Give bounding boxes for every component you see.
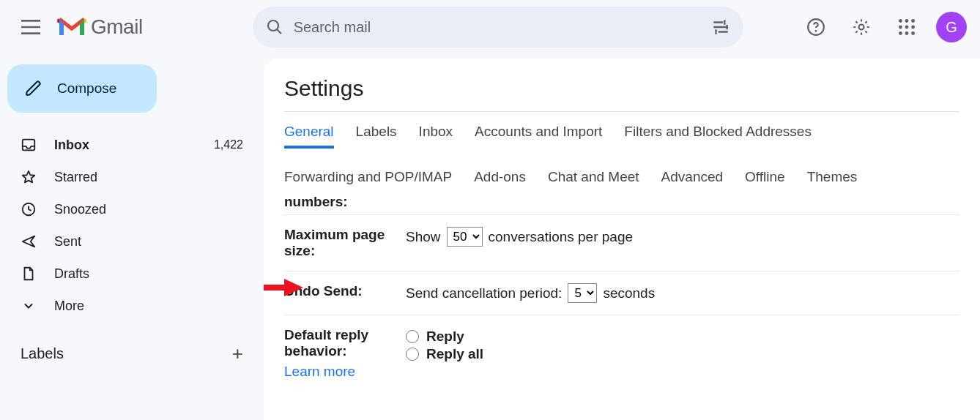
settings-body: numbers: Maximum page size: Show 50 conv… xyxy=(284,195,980,391)
undo-send-suffix: seconds xyxy=(603,285,655,301)
svg-point-7 xyxy=(899,26,902,29)
help-icon[interactable] xyxy=(800,11,832,43)
sidebar-item-label: Snoozed xyxy=(54,202,243,217)
reply-all-radio-label: Reply all xyxy=(426,346,483,362)
tab-labels[interactable]: Labels xyxy=(356,124,397,149)
undo-send-prefix: Send cancellation period: xyxy=(406,285,562,301)
setting-label: Undo Send: xyxy=(284,283,406,299)
setting-row-max-page-size: Maximum page size: Show 50 conversations… xyxy=(284,214,959,271)
setting-row-default-reply: Default reply behavior: Learn more Reply… xyxy=(284,315,959,391)
search-options-icon[interactable] xyxy=(711,18,730,37)
nav-list: Inbox 1,422 Starred Snoozed Sent Drafts xyxy=(7,129,256,322)
max-page-size-select[interactable]: 50 xyxy=(447,227,483,247)
gmail-logo-text: Gmail xyxy=(91,15,143,39)
gmail-logo-icon xyxy=(57,16,86,38)
reply-radio[interactable] xyxy=(406,330,419,343)
tab-advanced[interactable]: Advanced xyxy=(661,169,724,191)
svg-point-3 xyxy=(859,25,864,30)
tab-filters[interactable]: Filters and Blocked Addresses xyxy=(624,124,812,149)
max-page-prefix: Show xyxy=(406,229,441,245)
svg-point-0 xyxy=(268,20,278,31)
sidebar-item-drafts[interactable]: Drafts xyxy=(7,258,256,290)
gmail-logo[interactable]: Gmail xyxy=(57,15,143,39)
tab-themes[interactable]: Themes xyxy=(807,169,858,191)
search-icon xyxy=(266,18,283,36)
learn-more-link[interactable]: Learn more xyxy=(284,364,355,380)
app-header: Gmail G xyxy=(0,0,980,54)
tab-accounts[interactable]: Accounts and Import xyxy=(475,124,602,149)
sidebar-item-label: Inbox xyxy=(54,138,196,153)
sidebar-item-more[interactable]: More xyxy=(7,290,256,322)
setting-row-undo-send: Undo Send: Send cancellation period: 5 s… xyxy=(284,271,959,315)
sidebar-item-label: More xyxy=(54,299,243,314)
menu-icon[interactable] xyxy=(13,10,48,45)
setting-label: Maximum page size: xyxy=(284,227,406,259)
prev-row-cutoff: numbers: xyxy=(284,195,959,210)
svg-point-9 xyxy=(911,26,915,29)
sidebar: Compose Inbox 1,422 Starred Snoozed Sent xyxy=(0,54,264,420)
clock-icon xyxy=(21,201,37,217)
send-icon xyxy=(21,233,37,250)
max-page-suffix: conversations per page xyxy=(489,229,634,245)
setting-label: Default reply behavior: xyxy=(284,327,406,359)
reply-radio-label: Reply xyxy=(426,329,464,345)
tab-general[interactable]: General xyxy=(284,124,334,149)
svg-point-5 xyxy=(905,19,909,23)
svg-point-10 xyxy=(899,31,902,35)
svg-point-8 xyxy=(905,26,909,29)
tab-chat[interactable]: Chat and Meet xyxy=(548,169,639,191)
reply-all-radio[interactable] xyxy=(406,348,419,361)
search-bar[interactable] xyxy=(253,7,743,48)
compose-button[interactable]: Compose xyxy=(7,64,157,113)
undo-send-select[interactable]: 5 xyxy=(568,283,597,303)
labels-header: Labels + xyxy=(7,342,256,365)
inbox-count: 1,422 xyxy=(214,138,243,151)
gear-icon[interactable] xyxy=(845,11,877,43)
search-input[interactable] xyxy=(294,19,711,36)
pencil-icon xyxy=(25,80,42,97)
avatar[interactable]: G xyxy=(936,12,967,42)
tab-addons[interactable]: Add-ons xyxy=(474,169,526,191)
sidebar-item-starred[interactable]: Starred xyxy=(7,161,256,193)
add-label-button[interactable]: + xyxy=(232,342,243,365)
svg-point-6 xyxy=(911,19,915,23)
svg-point-4 xyxy=(899,19,902,23)
sidebar-item-inbox[interactable]: Inbox 1,422 xyxy=(7,129,256,161)
tab-forwarding[interactable]: Forwarding and POP/IMAP xyxy=(284,169,452,191)
apps-icon[interactable] xyxy=(891,11,923,43)
inbox-icon xyxy=(21,137,37,153)
tab-offline[interactable]: Offline xyxy=(745,169,785,191)
star-icon xyxy=(21,169,37,185)
settings-panel: Settings General Labels Inbox Accounts a… xyxy=(264,59,980,420)
tab-inbox[interactable]: Inbox xyxy=(419,124,453,149)
svg-point-12 xyxy=(911,31,915,35)
file-icon xyxy=(21,266,37,282)
page-title: Settings xyxy=(284,76,980,101)
svg-point-2 xyxy=(815,30,817,32)
labels-header-text: Labels xyxy=(21,345,64,362)
sidebar-item-label: Sent xyxy=(54,234,243,250)
sidebar-item-label: Drafts xyxy=(54,266,243,282)
header-actions: G xyxy=(800,11,967,43)
compose-label: Compose xyxy=(57,80,116,97)
svg-point-11 xyxy=(905,31,909,35)
settings-tabs: General Labels Inbox Accounts and Import… xyxy=(284,112,980,198)
sidebar-item-snoozed[interactable]: Snoozed xyxy=(7,193,256,225)
chevron-down-icon xyxy=(21,299,37,313)
sidebar-item-sent[interactable]: Sent xyxy=(7,225,256,258)
sidebar-item-label: Starred xyxy=(54,170,243,185)
